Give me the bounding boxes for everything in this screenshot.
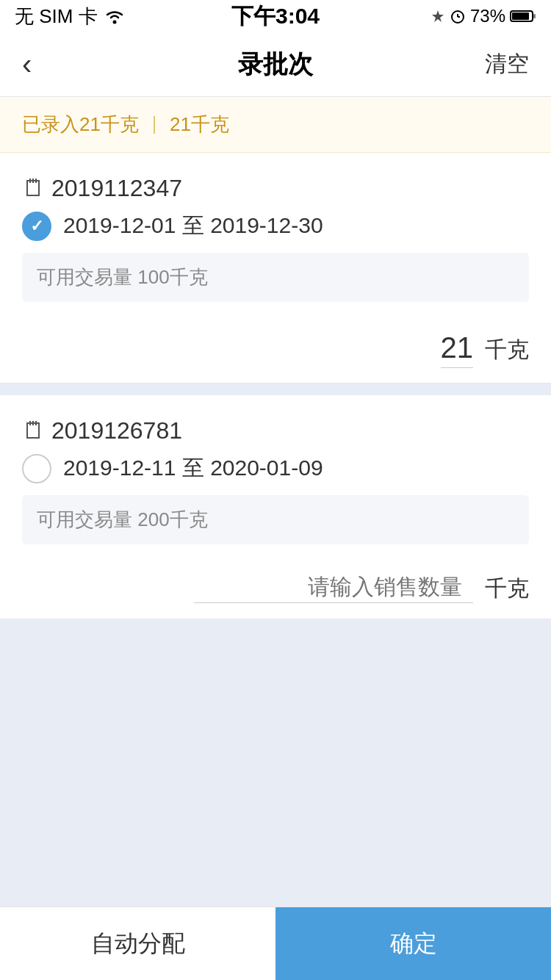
location-icon bbox=[431, 9, 445, 24]
section-divider bbox=[0, 383, 551, 395]
batch-date-1: 2019-12-01 至 2019-12-30 bbox=[63, 211, 323, 241]
check-icon-1: ✓ bbox=[30, 217, 43, 236]
status-time: 下午3:04 bbox=[231, 1, 320, 32]
battery-percent: 73% bbox=[470, 6, 505, 26]
batch-date-2: 2019-12-11 至 2020-01-09 bbox=[63, 453, 323, 483]
batch-id-1: 2019112347 bbox=[51, 175, 182, 202]
svg-rect-5 bbox=[512, 12, 529, 20]
back-button[interactable]: ‹ bbox=[22, 48, 32, 81]
quantity-value-1: 21 bbox=[441, 331, 474, 368]
batch-doc-icon-2: 🗒 bbox=[22, 417, 46, 444]
batch-id-row-2: 🗒 2019126781 bbox=[22, 417, 529, 444]
batch-card-1: 🗒 2019112347 ✓ 2019-12-01 至 2019-12-30 可… bbox=[0, 153, 551, 383]
input-unit-2: 千克 bbox=[485, 574, 529, 604]
nav-bar: ‹ 录批次 清空 bbox=[0, 32, 551, 97]
batch-available-2: 可用交易量 200千克 bbox=[22, 495, 529, 544]
sim-status: 无 SIM 卡 bbox=[15, 4, 98, 29]
bottom-bar: 自动分配 确定 bbox=[0, 907, 551, 980]
batch-date-row-1[interactable]: ✓ 2019-12-01 至 2019-12-30 bbox=[22, 211, 529, 241]
info-banner: 已录入21千克 21千克 bbox=[0, 97, 551, 153]
confirm-button[interactable]: 确定 bbox=[276, 907, 551, 980]
quantity-input-2[interactable] bbox=[194, 574, 473, 603]
battery-icon bbox=[510, 10, 536, 23]
wifi-icon bbox=[104, 8, 126, 24]
status-bar: 无 SIM 卡 下午3:04 73% bbox=[0, 0, 551, 32]
svg-rect-6 bbox=[533, 14, 536, 18]
batch-item-1: 🗒 2019112347 ✓ 2019-12-01 至 2019-12-30 可… bbox=[0, 153, 551, 302]
quantity-row-1: 21 千克 bbox=[0, 317, 551, 383]
radio-button-2[interactable] bbox=[22, 454, 51, 483]
batch-available-1: 可用交易量 100千克 bbox=[22, 253, 529, 302]
batch-item-2: 🗒 2019126781 2019-12-11 至 2020-01-09 可用交… bbox=[0, 395, 551, 544]
clear-button[interactable]: 清空 bbox=[485, 49, 529, 79]
batch-date-row-2[interactable]: 2019-12-11 至 2020-01-09 bbox=[22, 453, 529, 483]
radio-button-1[interactable]: ✓ bbox=[22, 212, 51, 241]
auto-distribute-button[interactable]: 自动分配 bbox=[0, 907, 276, 980]
recorded-amount: 已录入21千克 bbox=[22, 112, 139, 137]
quantity-unit-1: 千克 bbox=[485, 335, 529, 365]
batch-card-2: 🗒 2019126781 2019-12-11 至 2020-01-09 可用交… bbox=[0, 395, 551, 619]
svg-point-0 bbox=[112, 21, 116, 24]
batch-id-row-1: 🗒 2019112347 bbox=[22, 175, 529, 202]
status-right: 73% bbox=[431, 6, 536, 26]
alarm-icon bbox=[450, 8, 466, 24]
empty-area bbox=[0, 619, 551, 913]
banner-value: 21千克 bbox=[170, 112, 229, 137]
batch-doc-icon-1: 🗒 bbox=[22, 175, 46, 202]
banner-divider bbox=[154, 116, 155, 134]
batch-id-2: 2019126781 bbox=[51, 417, 182, 444]
status-left: 无 SIM 卡 bbox=[15, 4, 126, 29]
page-title: 录批次 bbox=[238, 48, 313, 82]
input-row-2: 千克 bbox=[0, 559, 551, 619]
